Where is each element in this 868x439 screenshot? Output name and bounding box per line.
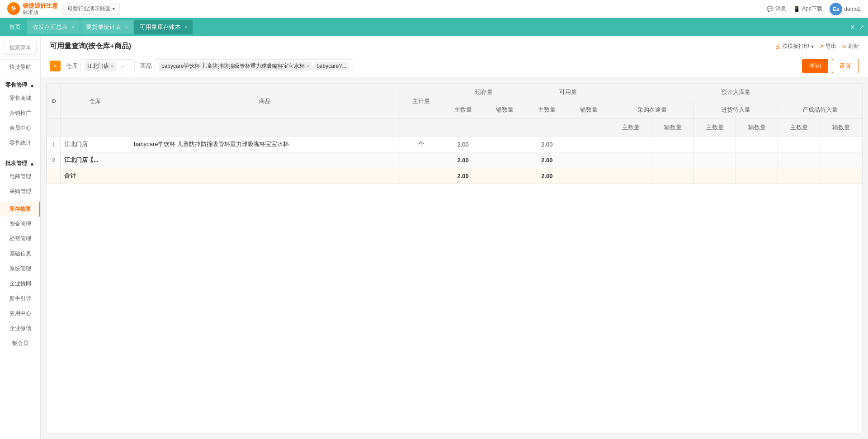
more-icon[interactable]: ··· [118, 63, 126, 69]
sidebar-item-inventory[interactable]: 库存核算 [0, 202, 40, 217]
main-layout: 搜索菜单 快捷导航 零售管理 ▲ 零售商城 营销推广 会员中心 零售统计 批发管… [0, 36, 868, 439]
filter-toggle-button[interactable]: » [50, 61, 61, 71]
row-arrivals-aux [736, 137, 778, 152]
sidebar-quick-nav[interactable]: 快捷导航 [0, 60, 40, 75]
th-am2 [526, 119, 568, 137]
remove-warehouse-tag[interactable]: × [111, 63, 113, 69]
tab-home[interactable]: 首页 [4, 20, 26, 34]
tab-controls: ✕ ⤢ [850, 24, 864, 31]
sidebar-group-wholesale[interactable]: 批发管理 ▲ [0, 156, 40, 169]
summary-product [130, 168, 400, 184]
sidebar-item-system[interactable]: 系统管理 [0, 261, 40, 276]
tab-available-inventory[interactable]: 可用量库存账本 × [134, 20, 193, 34]
sidebar-item-retail-mall[interactable]: 零售商城 [0, 91, 40, 106]
expand-icon[interactable]: ⤢ [859, 24, 864, 31]
th-fina: 辅数量 [820, 119, 862, 137]
product-filter-field: 商品 babycare学饮杯 儿童防摔防撞吸管杯重力球吸嘴杯宝宝水杯 × bab… [140, 59, 353, 73]
sidebar-item-finance[interactable]: 资金管理 [0, 217, 40, 231]
th-arra: 辅数量 [736, 119, 778, 137]
export-button[interactable]: ↗ 导出 [819, 42, 836, 50]
product-input[interactable]: babycare学饮杯 儿童防摔防撞吸管杯重力球吸嘴杯宝宝水杯 × babyca… [155, 59, 353, 73]
remove-product-tag[interactable]: × [307, 63, 309, 69]
app-download-action[interactable]: 📱 App下载 [793, 5, 822, 13]
th-wh2 [61, 119, 130, 137]
nav-tabs: 首页 收发存汇总表 × 要货单统计表 × 可用量库存账本 × ✕ ⤢ [0, 18, 868, 36]
avatar: Ea [830, 3, 842, 15]
th-unit2 [400, 119, 442, 137]
row-warehouse: 江北门店【... [61, 152, 130, 168]
tab-order-stats[interactable]: 要货单统计表 × [80, 20, 133, 34]
th-pm: 主数量 [610, 119, 652, 137]
tab-collection-summary[interactable]: 收发存汇总表 × [27, 20, 80, 34]
sidebar-item-member[interactable]: 畅会员 [0, 336, 40, 351]
warehouse-input[interactable]: 江北门店 × ··· [80, 59, 135, 73]
th-stock-main: 主数量 [442, 101, 484, 119]
summary-stock-aux [484, 168, 526, 184]
row-unit2 [400, 152, 442, 168]
inventory-table: ⚙ 仓库 商品 主计量 现存量 可用量 预计入库量 主数量 辅数量 主数量 辅数… [47, 83, 862, 184]
user-area[interactable]: Ea demo2 [830, 3, 861, 15]
refresh-button[interactable]: ↻ 刷新 [842, 42, 859, 50]
summary-unit [400, 168, 442, 184]
sidebar-item-basic-info[interactable]: 基础信息 [0, 246, 40, 261]
industry-selector[interactable]: 母婴行业演示账套 ▾ [62, 3, 120, 15]
sidebar-item-wechat[interactable]: 企业微信 [0, 321, 40, 336]
sidebar-item-enterprise[interactable]: 企业协同 [0, 276, 40, 291]
summary-available-aux [568, 168, 610, 184]
row-product: babycare学饮杯 儿童防摔防撞吸管杯重力球吸嘴杯宝宝水杯 [130, 137, 400, 152]
sidebar-item-guide[interactable]: 新手引导 [0, 291, 40, 306]
th-incoming-group: 预计入库量 [610, 84, 862, 101]
page-title: 可用量查询(按仓库+商品) [50, 42, 131, 51]
row-available-aux2 [568, 152, 610, 168]
summary-row: 合计 2.00 2.00 [47, 168, 862, 184]
summary-available-main: 2.00 [526, 168, 568, 184]
row-available-main2: 2.00 [526, 152, 568, 168]
row-f-aux2 [820, 152, 862, 168]
row-a-main2 [694, 152, 736, 168]
logo-area: 好 畅捷通好生意 标准版 [7, 2, 58, 16]
row-available-aux [568, 137, 610, 152]
th-settings[interactable]: ⚙ [47, 84, 61, 119]
summary-p-main [610, 168, 652, 184]
th-arrm: 主数量 [694, 119, 736, 137]
warehouse-filter-field: 仓库 江北门店 × ··· [66, 59, 135, 73]
row-product2 [130, 152, 400, 168]
sidebar-item-ecommerce[interactable]: 电商管理 [0, 169, 40, 184]
app-icon: 📱 [793, 6, 800, 12]
sidebar-item-purchase[interactable]: 采购管理 [0, 184, 40, 199]
close-icon[interactable]: × [125, 24, 127, 30]
th-available-group: 可用量 [526, 84, 610, 101]
settings-button[interactable]: 设置 [832, 59, 859, 73]
sidebar-section-retail: 零售管理 ▲ 零售商城 营销推广 会员中心 零售统计 [0, 75, 40, 153]
filter-bar: » 仓库 江北门店 × ··· 商品 babycare学饮杯 儿童防摔防撞吸管杯… [41, 55, 868, 77]
th-available-main: 主数量 [526, 101, 568, 119]
page-actions: 🖨 按模板打印 ▾ ↗ 导出 ↻ 刷新 [775, 42, 859, 50]
close-icon[interactable]: × [71, 24, 74, 30]
row-stock-main: 2.00 [442, 137, 484, 152]
query-button[interactable]: 查询 [802, 59, 828, 73]
message-action[interactable]: 💬 消息 [767, 5, 786, 13]
close-icon[interactable]: × [184, 24, 187, 30]
sidebar-item-app-center[interactable]: 应用中心 [0, 306, 40, 321]
content-area: 可用量查询(按仓库+商品) 🖨 按模板打印 ▾ ↗ 导出 ↻ 刷新 [41, 36, 868, 439]
search-menu-button[interactable]: 搜索菜单 [4, 41, 37, 55]
top-bar-right: 💬 消息 📱 App下载 Ea demo2 [767, 3, 861, 15]
top-bar: 好 畅捷通好生意 标准版 母婴行业演示账套 ▾ 💬 消息 📱 App下载 Ea … [0, 0, 868, 18]
template-print-button[interactable]: 🖨 按模板打印 ▾ [775, 42, 814, 50]
chevron-down-icon: ▾ [113, 6, 115, 11]
row-index: 1 [47, 137, 61, 152]
table-container: ⚙ 仓库 商品 主计量 现存量 可用量 预计入库量 主数量 辅数量 主数量 辅数… [46, 83, 863, 434]
chevron-up-icon: ▲ [29, 160, 35, 167]
sidebar-item-marketing[interactable]: 营销推广 [0, 106, 40, 121]
product-tag: babycare学饮杯 儿童防摔防撞吸管杯重力球吸嘴杯宝宝水杯 × [159, 61, 312, 71]
close-all-icon[interactable]: ✕ [850, 24, 855, 31]
summary-p-aux [652, 168, 694, 184]
sidebar-item-operations[interactable]: 经营管理 [0, 231, 40, 246]
sidebar-group-retail[interactable]: 零售管理 ▲ [0, 78, 40, 91]
summary-f-main [778, 168, 820, 184]
row-stock-main2: 2.00 [442, 152, 484, 168]
row-index: 2 [47, 152, 61, 168]
sidebar-item-retail-stats[interactable]: 零售统计 [0, 136, 40, 151]
th-unit: 主计量 [400, 84, 442, 119]
sidebar-item-member-center[interactable]: 会员中心 [0, 121, 40, 136]
